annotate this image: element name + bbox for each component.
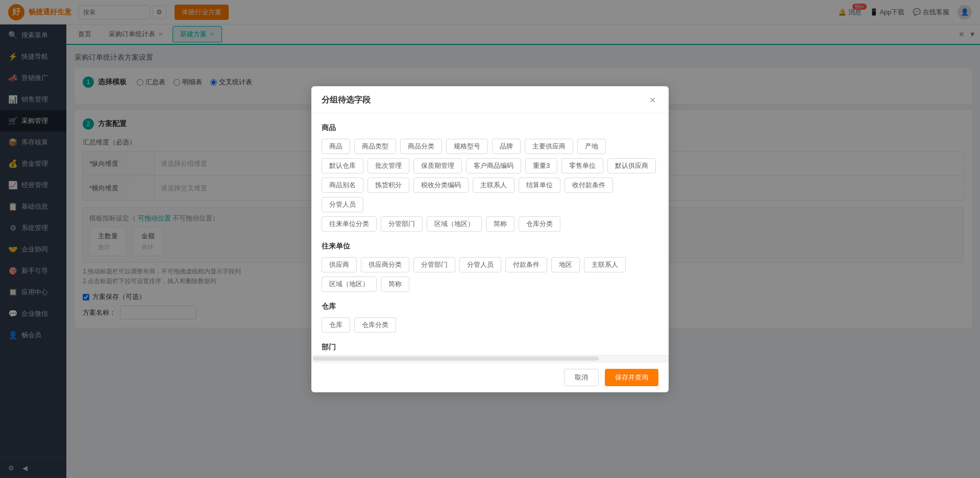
field-tag-partner-category[interactable]: 往来单位分类 <box>322 216 377 232</box>
modal-overlay: 分组待选字段 ✕ 商品 商品 商品类型 商品分类 规格型号 品牌 主要供应商 产… <box>0 0 980 478</box>
field-group-warehouse-title: 仓库 <box>322 302 658 311</box>
field-tag-spec[interactable]: 规格型号 <box>446 139 488 154</box>
field-tag-main-contact2[interactable]: 主联系人 <box>584 257 626 272</box>
modal-body: 商品 商品 商品类型 商品分类 规格型号 品牌 主要供应商 产地 默认仓库 批次… <box>311 113 669 355</box>
field-tag-mgr-person[interactable]: 分管人员 <box>459 257 501 272</box>
field-tag-batch[interactable]: 批次管理 <box>368 158 409 173</box>
field-tag-retail-unit[interactable]: 零售单位 <box>561 158 603 173</box>
modal-footer: 取消 保存并查询 <box>311 362 669 392</box>
field-tag-customer-code[interactable]: 客户商品编码 <box>466 158 521 173</box>
modal-cancel-btn[interactable]: 取消 <box>564 369 599 386</box>
field-tag-brand[interactable]: 品牌 <box>492 139 521 154</box>
modal-close-btn[interactable]: ✕ <box>646 94 658 107</box>
goods-tags-2: 默认仓库 批次管理 保质期管理 客户商品编码 重量3 零售单位 默认供应商 <box>322 158 658 173</box>
field-tag-payment-terms[interactable]: 收付款条件 <box>565 178 613 193</box>
field-tag-warehouse-cat[interactable]: 仓库分类 <box>354 317 396 333</box>
modal-horizontal-scrollbar[interactable] <box>311 355 669 362</box>
field-tag-alias[interactable]: 商品别名 <box>322 178 363 193</box>
goods-tags-4: 往来单位分类 分管部门 区域（地区） 简称 仓库分类 <box>322 216 658 232</box>
field-tag-supplier-category[interactable]: 供应商分类 <box>361 257 409 272</box>
field-group-goods: 商品 商品 商品类型 商品分类 规格型号 品牌 主要供应商 产地 默认仓库 批次… <box>322 123 658 232</box>
field-tag-weight[interactable]: 重量3 <box>525 158 557 173</box>
field-tag-supplier[interactable]: 供应商 <box>322 257 357 272</box>
field-tag-manager[interactable]: 分管人员 <box>322 197 363 212</box>
field-tag-abbr2[interactable]: 简称 <box>381 276 409 292</box>
field-group-goods-title: 商品 <box>322 123 658 133</box>
field-tag-pay-term[interactable]: 付款条件 <box>505 257 547 272</box>
field-tag-default-warehouse[interactable]: 默认仓库 <box>322 158 363 173</box>
field-tag-region[interactable]: 区域（地区） <box>427 216 482 232</box>
field-tag-goods-type[interactable]: 商品类型 <box>354 139 396 154</box>
field-tag-main-contact[interactable]: 主联系人 <box>473 178 514 193</box>
modal-confirm-btn[interactable]: 保存并查询 <box>605 369 658 386</box>
goods-tags: 商品 商品类型 商品分类 规格型号 品牌 主要供应商 产地 <box>322 139 658 154</box>
partner-tags: 供应商 供应商分类 分管部门 分管人员 付款条件 地区 主联系人 <box>322 257 658 272</box>
field-tag-shelf-life[interactable]: 保质期管理 <box>413 158 462 173</box>
field-tag-warehouse-category[interactable]: 仓库分类 <box>519 216 560 232</box>
field-tag-warehouse[interactable]: 仓库 <box>322 317 350 333</box>
field-tag-dept[interactable]: 分管部门 <box>381 216 423 232</box>
field-tag-abbr[interactable]: 简称 <box>486 216 514 232</box>
field-tag-tax-code[interactable]: 税收分类编码 <box>413 178 469 193</box>
field-tag-area[interactable]: 地区 <box>551 257 580 272</box>
field-group-department: 部门 部门 <box>322 343 658 355</box>
field-tag-default-supplier[interactable]: 默认供应商 <box>607 158 656 173</box>
scrollbar-thumb <box>313 357 599 361</box>
partner-tags-2: 区域（地区） 简称 <box>322 276 658 292</box>
field-group-partner-title: 往来单位 <box>322 242 658 251</box>
field-tag-settlement-unit[interactable]: 结算单位 <box>519 178 560 193</box>
modal-title: 分组待选字段 <box>322 95 371 106</box>
warehouse-tags: 仓库 仓库分类 <box>322 317 658 333</box>
modal-dialog: 分组待选字段 ✕ 商品 商品 商品类型 商品分类 规格型号 品牌 主要供应商 产… <box>311 86 669 392</box>
field-tag-goods-category[interactable]: 商品分类 <box>400 139 442 154</box>
field-group-partner: 往来单位 供应商 供应商分类 分管部门 分管人员 付款条件 地区 主联系人 区域… <box>322 242 658 292</box>
field-tag-origin[interactable]: 产地 <box>577 139 606 154</box>
field-group-department-title: 部门 <box>322 343 658 352</box>
field-tag-pick-score[interactable]: 拣货积分 <box>368 178 409 193</box>
field-tag-region2[interactable]: 区域（地区） <box>322 276 377 292</box>
field-tag-main-supplier[interactable]: 主要供应商 <box>525 139 573 154</box>
field-tag-goods[interactable]: 商品 <box>322 139 350 154</box>
field-tag-mgr-dept[interactable]: 分管部门 <box>413 257 455 272</box>
modal-header: 分组待选字段 ✕ <box>311 86 669 113</box>
goods-tags-3: 商品别名 拣货积分 税收分类编码 主联系人 结算单位 收付款条件 分管人员 <box>322 178 658 212</box>
field-group-warehouse: 仓库 仓库 仓库分类 <box>322 302 658 333</box>
